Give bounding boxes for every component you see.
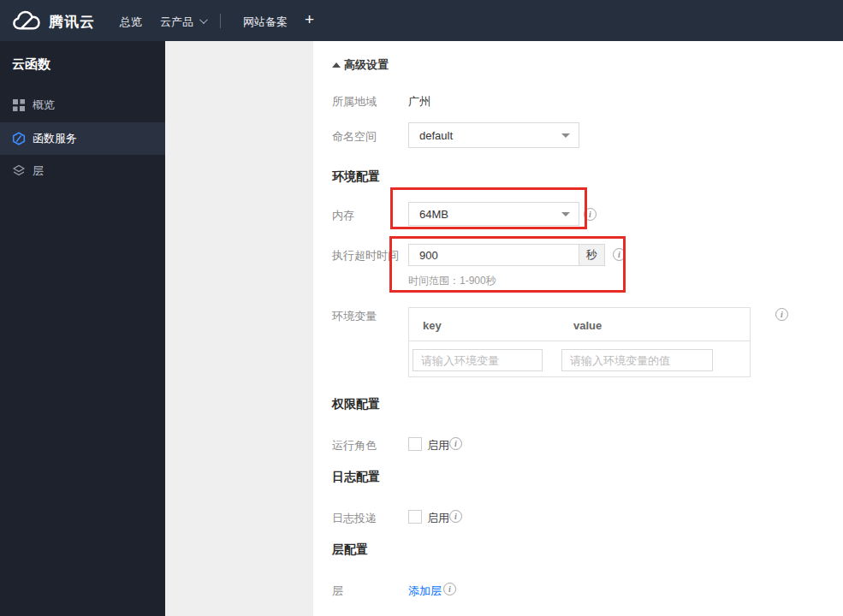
region-value: 广州 [408,94,430,110]
run-role-enable-label: 启用 [427,438,449,453]
layer-label: 层 [332,583,343,599]
table-header-divider [409,341,750,341]
log-delivery-enable-label: 启用 [427,511,449,526]
memory-select[interactable]: 64MB [408,202,579,226]
sidebar-item-label: 概览 [33,98,55,113]
nav-cloud-products[interactable]: 云产品 [160,15,205,30]
sidebar-item-label: 函数服务 [33,131,77,146]
namespace-select[interactable]: default [408,122,579,148]
run-role-label: 运行角色 [332,438,377,453]
chevron-down-icon [199,15,208,24]
sidebar-item-layers[interactable]: 层 [0,155,165,187]
settings-form: 高级设置 所属地域 广州 命名空间 default 环境配置 内存 64MB 执… [313,41,843,616]
advanced-settings-toggle[interactable]: 高级设置 [332,57,389,73]
add-layer-link[interactable]: 添加层 [408,583,442,599]
sidebar-item-label: 层 [33,163,44,179]
memory-select-value: 64MB [419,208,448,221]
nav-cloud-products-label: 云产品 [160,15,193,28]
namespace-label: 命名空间 [332,129,377,145]
chevron-down-icon [561,133,570,138]
info-icon[interactable] [443,583,456,595]
sidebar: 云函数 概览 函数服务 层 [0,41,165,616]
env-vars-label: 环境变量 [332,309,377,324]
info-icon[interactable] [775,308,788,321]
sidebar-item-function-service[interactable]: 函数服务 [0,122,165,155]
log-delivery-label: 日志投递 [332,511,377,526]
perm-config-section-title: 权限配置 [332,397,380,412]
secondary-panel [165,41,313,616]
log-config-section-title: 日志配置 [332,470,380,485]
env-var-value-input[interactable] [561,349,713,371]
info-icon[interactable] [584,208,597,221]
run-role-enable-checkbox[interactable] [408,437,422,451]
env-vars-value-header: value [573,319,602,332]
grid-icon [12,98,26,112]
topbar-divider [220,14,221,28]
env-config-section-title: 环境配置 [332,169,380,185]
triangle-up-icon [332,62,341,68]
layer-config-section-title: 层配置 [332,542,368,558]
log-delivery-enable-checkbox[interactable] [408,510,422,524]
info-icon[interactable] [449,510,462,523]
region-label: 所属地域 [332,94,377,110]
env-vars-table: key value [408,307,751,377]
function-hexagon-icon [12,132,26,145]
chevron-down-icon [561,212,570,216]
env-vars-key-header: key [423,319,442,332]
info-icon[interactable] [613,248,626,261]
namespace-select-value: default [419,129,453,142]
topbar: 腾讯云 总览 云产品 网站备案 + [0,0,843,41]
sidebar-title: 云函数 [12,56,50,73]
env-var-key-input[interactable] [413,349,543,371]
sidebar-item-overview[interactable]: 概览 [0,89,165,121]
tencent-cloud-logo-icon[interactable] [12,9,43,32]
timeout-range-hint: 时间范围：1-900秒 [408,274,496,288]
info-icon[interactable] [449,437,462,450]
nav-overview[interactable]: 总览 [120,15,142,30]
timeout-input[interactable] [408,244,579,266]
nav-website-registration[interactable]: 网站备案 [243,15,288,30]
timeout-label: 执行超时时间 [332,248,399,264]
advanced-settings-label: 高级设置 [344,58,389,71]
brand-title[interactable]: 腾讯云 [49,12,95,32]
memory-label: 内存 [332,208,354,223]
layers-icon [12,164,26,178]
timeout-unit-button[interactable]: 秒 [579,244,605,266]
add-tab-button[interactable]: + [305,10,314,29]
